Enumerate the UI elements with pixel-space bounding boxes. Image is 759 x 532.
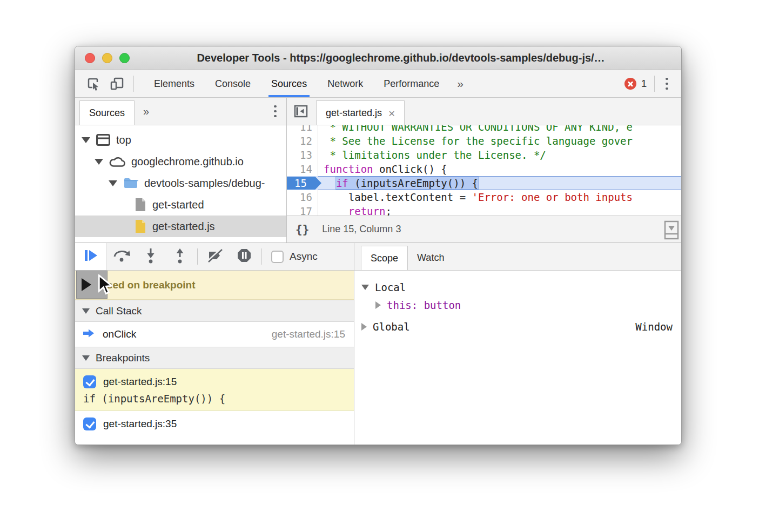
mouse-cursor-icon [97, 274, 115, 296]
scope-section-label: Local [375, 281, 406, 293]
breakpoint-entry-active[interactable]: get-started.js:15 if (inputsAreEmpty()) … [75, 369, 354, 411]
call-stack-arrow-icon [82, 327, 96, 342]
breakpoint-entry[interactable]: get-started.js:35 [75, 411, 354, 438]
scope-global-value: Window [635, 321, 673, 333]
step-over-icon [112, 247, 131, 266]
devtools-window: Developer Tools - https://googlechrome.g… [75, 46, 682, 445]
resume-icon [83, 248, 99, 265]
chevron-down-icon [82, 137, 90, 143]
debugger-bottom-split: Async Paused on breakpoint Call Stack [75, 243, 681, 445]
device-toolbar-icon[interactable] [105, 73, 129, 95]
async-label: Async [290, 251, 318, 262]
navigator-kebab-icon[interactable] [267, 105, 283, 118]
tab-scope[interactable]: Scope [361, 246, 408, 270]
tab-performance[interactable]: Performance [373, 70, 449, 97]
editor-pane: get-started.js × 11 * WITHOUT WARRANTIES… [287, 98, 681, 243]
tab-watch[interactable]: Watch [408, 246, 453, 270]
toolbar-divider [261, 248, 262, 265]
navigator-toggle-icon[interactable] [292, 103, 310, 120]
breakpoints-header[interactable]: Breakpoints [75, 347, 354, 369]
resume-button[interactable] [75, 243, 107, 270]
play-icon [82, 278, 91, 291]
tab-sources[interactable]: Sources [261, 70, 317, 97]
tab-elements[interactable]: Elements [144, 70, 205, 97]
chevron-down-icon [95, 159, 103, 165]
scope-tree: Local this: button Global Window [354, 271, 681, 335]
toolbar-divider [133, 76, 134, 92]
code-line-paused: 15 if (inputsAreEmpty()) { [287, 176, 681, 190]
error-count: 1 [641, 78, 647, 90]
pause-exceptions-icon [236, 247, 252, 266]
execution-line-gutter[interactable]: 15 [287, 176, 318, 190]
code-viewport: 11 * WITHOUT WARRANTIES OR CONDITIONS OF… [287, 125, 681, 216]
paused-banner: Paused on breakpoint [75, 271, 354, 300]
code-string: 'Error: one or both inputs [472, 191, 633, 203]
scope-section-label: Global [373, 321, 410, 333]
close-window-button[interactable] [85, 53, 95, 63]
async-checkbox-group: Async [271, 251, 318, 263]
editor-tab-label: get-started.js [326, 107, 382, 119]
main-toolbar: Elements Console Sources Network Perform… [75, 70, 681, 98]
line-number-gutter[interactable]: 14 [287, 162, 318, 176]
tree-item-label: devtools-samples/debug- [144, 177, 265, 190]
line-number-gutter[interactable]: 12 [287, 134, 318, 148]
call-stack-frame[interactable]: onClick get-started.js:15 [75, 322, 354, 347]
call-stack-header[interactable]: Call Stack [75, 300, 354, 322]
tree-item-origin[interactable]: googlechrome.github.io [75, 151, 286, 172]
editor-tabbar: get-started.js × [287, 98, 681, 125]
frame-function-name: onClick [103, 328, 136, 340]
tree-item-label: get-started [152, 199, 204, 211]
menu-kebab-icon[interactable] [659, 78, 675, 90]
cloud-icon [109, 156, 125, 167]
code-line: 14 function onClick() { [287, 162, 681, 176]
breakpoint-checkbox[interactable] [83, 417, 96, 430]
format-code-button[interactable]: {} [295, 223, 309, 236]
tree-item-get-started-js[interactable]: get-started.js [75, 216, 286, 237]
navigator-more-chevron[interactable]: » [135, 105, 158, 118]
error-badge-icon [624, 78, 636, 90]
more-tabs-chevron[interactable]: » [449, 77, 471, 90]
error-badge[interactable]: 1 [621, 78, 650, 90]
line-number-gutter[interactable]: 11 [287, 125, 318, 134]
debugger-toolbar: Async [75, 243, 354, 271]
pause-on-exceptions-button[interactable] [230, 247, 259, 266]
navigator-tab-sources[interactable]: Sources [79, 100, 135, 125]
scope-local-row[interactable]: Local [354, 278, 681, 296]
file-icon [135, 198, 146, 212]
step-out-button[interactable] [165, 247, 194, 266]
minimize-window-button[interactable] [102, 53, 112, 63]
async-checkbox[interactable] [271, 251, 284, 263]
frame-icon [96, 134, 110, 146]
file-tree: top googlechrome.github.io devtools-samp… [75, 125, 286, 237]
line-number-gutter[interactable]: 13 [287, 148, 318, 162]
step-over-button[interactable] [107, 247, 136, 266]
toolbar-divider [197, 248, 198, 265]
chevron-down-icon [82, 355, 90, 361]
deactivate-breakpoints-button[interactable] [200, 248, 230, 265]
zoom-window-button[interactable] [119, 53, 130, 63]
scope-header: Scope Watch [354, 243, 681, 271]
editor-tab-get-started-js[interactable]: get-started.js × [316, 100, 405, 125]
tree-item-get-started[interactable]: get-started [75, 194, 286, 216]
step-into-button[interactable] [136, 247, 165, 266]
panel-tabs: Elements Console Sources Network Perform… [144, 70, 449, 97]
scope-pane: Scope Watch Local this: button Global Wi… [354, 243, 681, 445]
code-keyword: if [336, 177, 348, 189]
inspect-icon[interactable] [82, 73, 105, 95]
tree-item-label: top [116, 134, 131, 146]
tree-item-top[interactable]: top [75, 129, 286, 151]
scope-global-row[interactable]: Global Window [354, 318, 681, 335]
js-file-icon [135, 219, 146, 233]
tab-network[interactable]: Network [317, 70, 373, 97]
toolbar-divider [654, 76, 655, 92]
debugger-sidebar: Async Paused on breakpoint Call Stack [75, 243, 354, 445]
tab-console[interactable]: Console [205, 70, 261, 97]
breakpoint-code: if (inputsAreEmpty()) { [75, 391, 354, 406]
breakpoint-checkbox[interactable] [83, 375, 96, 388]
titlebar[interactable]: Developer Tools - https://googlechrome.g… [75, 46, 681, 70]
tree-item-folder[interactable]: devtools-samples/debug- [75, 172, 286, 194]
drawer-toggle-icon[interactable] [663, 219, 680, 241]
scope-this-row[interactable]: this: button [354, 296, 681, 314]
tree-item-label: get-started.js [152, 220, 215, 233]
close-icon[interactable]: × [388, 107, 395, 119]
